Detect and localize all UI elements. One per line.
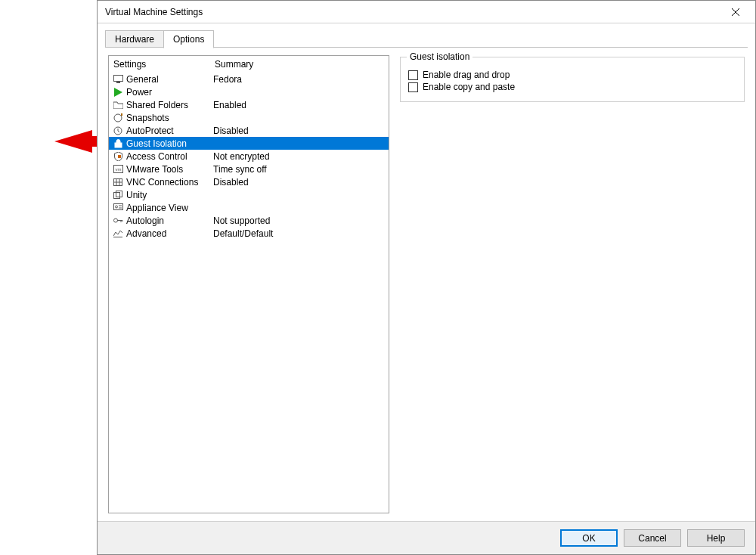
guest-isolation-group: Guest isolation Enable drag and dropEnab… [400,57,745,102]
settings-row-snapshots[interactable]: Snapshots [109,111,389,124]
appliance-icon [112,203,124,213]
help-button[interactable]: Help [687,529,745,547]
settings-row-name: Autologin [126,215,213,226]
dialog-footer: OK Cancel Help [98,521,755,554]
settings-row-name: Guest Isolation [126,138,213,149]
svg-marker-5 [114,88,122,97]
settings-row-summary: Enabled [213,100,386,110]
checkbox-enable-copy-and-paste[interactable]: Enable copy and paste [408,82,736,92]
grid-icon [112,177,124,188]
svg-rect-4 [116,82,120,83]
vm-settings-dialog: Virtual Machine Settings Hardware Option… [97,0,756,555]
settings-row-name: AutoProtect [126,126,213,136]
settings-row-advanced[interactable]: AdvancedDefault/Default [109,227,389,240]
close-icon [732,8,739,16]
settings-list-body: GeneralFedoraPowerShared FoldersEnabledS… [109,73,389,513]
settings-row-unity[interactable]: Unity [109,188,389,201]
svg-point-23 [113,219,117,222]
col-header-summary: Summary [215,59,253,70]
settings-row-summary: Default/Default [213,228,386,239]
chart-icon [112,228,124,239]
settings-list: Settings Summary GeneralFedoraPowerShare… [108,55,389,513]
settings-row-summary: Time sync off [213,164,386,175]
snapshot-icon [112,113,124,123]
svg-point-6 [114,114,122,122]
close-button[interactable] [720,2,751,23]
play-icon [112,87,124,98]
settings-row-name: VMware Tools [126,164,213,175]
monitor-icon [112,74,124,85]
settings-row-summary: Disabled [213,177,386,188]
shield-icon [112,151,124,162]
settings-row-access-control[interactable]: Access ControlNot encrypted [109,150,389,163]
settings-row-vmware-tools[interactable]: vmVMware ToolsTime sync off [109,163,389,175]
settings-row-summary: Not supported [213,215,386,226]
checkbox-box-icon [408,70,418,80]
vm-icon: vm [112,164,124,175]
titlebar: Virtual Machine Settings [98,1,755,23]
settings-row-general[interactable]: GeneralFedora [109,73,389,85]
svg-text:vm: vm [115,167,121,172]
lock-icon [112,138,124,149]
settings-row-power[interactable]: Power [109,85,389,98]
svg-point-20 [115,206,117,208]
settings-row-name: Shared Folders [126,100,213,110]
settings-row-appliance-view[interactable]: Appliance View [109,201,389,214]
cancel-button[interactable]: Cancel [624,529,681,547]
settings-row-name: General [126,74,213,85]
settings-row-autologin[interactable]: AutologinNot supported [109,214,389,227]
folder-icon [112,100,124,110]
settings-row-vnc-connections[interactable]: VNC ConnectionsDisabled [109,175,389,188]
settings-row-name: Advanced [126,228,213,239]
settings-row-name: Appliance View [126,203,213,213]
settings-row-name: VNC Connections [126,177,213,188]
checkbox-enable-drag-and-drop[interactable]: Enable drag and drop [408,70,736,80]
groupbox-title: Guest isolation [407,51,472,62]
settings-row-name: Power [126,87,213,98]
content-area: Settings Summary GeneralFedoraPowerShare… [98,48,755,521]
svg-rect-17 [114,193,120,199]
window-title: Virtual Machine Settings [105,7,720,17]
windows-icon [112,190,124,200]
detail-pane: Guest isolation Enable drag and dropEnab… [400,55,745,513]
settings-row-guest-isolation[interactable]: Guest Isolation [109,137,389,150]
settings-row-summary: Not encrypted [213,151,386,162]
ok-button[interactable]: OK [560,529,618,547]
svg-rect-10 [118,155,121,158]
checkbox-label: Enable drag and drop [423,70,510,80]
settings-row-shared-folders[interactable]: Shared FoldersEnabled [109,98,389,111]
svg-rect-3 [113,75,122,81]
svg-rect-18 [116,191,122,197]
checkbox-box-icon [408,82,418,92]
tab-bar: Hardware Options [98,23,755,48]
settings-row-name: Unity [126,190,213,200]
settings-row-summary: Fedora [213,74,386,85]
settings-row-autoprotect[interactable]: AutoProtectDisabled [109,124,389,137]
settings-list-header: Settings Summary [109,56,389,73]
clock-icon [112,126,124,136]
settings-row-name: Access Control [126,151,213,162]
key-icon [112,215,124,226]
col-header-settings: Settings [113,59,215,70]
checkbox-label: Enable copy and paste [423,82,515,92]
svg-rect-9 [115,143,122,147]
tab-hardware[interactable]: Hardware [105,30,164,48]
svg-rect-7 [121,113,122,116]
settings-row-summary: Disabled [213,126,386,136]
settings-row-name: Snapshots [126,113,213,123]
tab-options[interactable]: Options [163,30,214,48]
